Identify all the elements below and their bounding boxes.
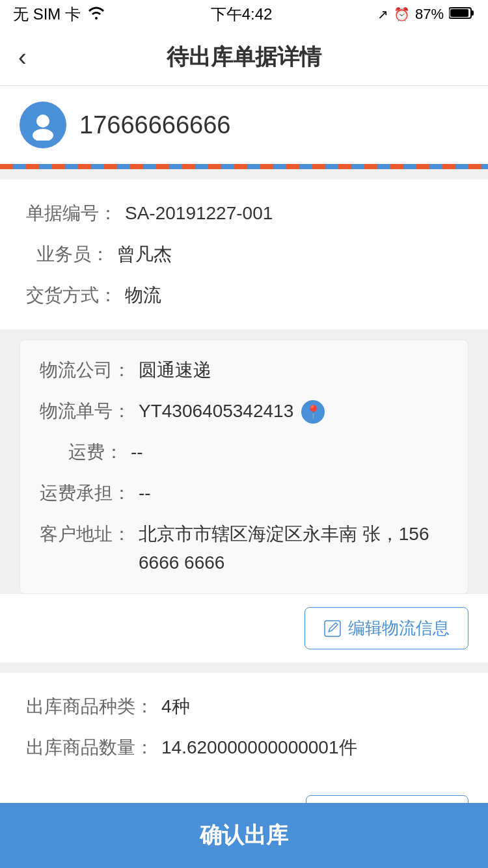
carrier-text: 无 SIM 卡	[13, 4, 81, 25]
address-row: 客户地址： 北京市市辖区海淀区永丰南 张，156 6666 6666	[40, 520, 448, 578]
battery-icon	[449, 5, 475, 23]
tracking-label: 物流单号：	[40, 397, 139, 426]
tracking-value: YT43064053424​13	[139, 397, 448, 426]
dashed-divider	[0, 164, 488, 169]
freight-bearer-row: 运费承担： --	[40, 479, 448, 508]
logistics-company-row: 物流公司： 圆通速递	[40, 356, 448, 385]
delivery-method-row: 交货方式： 物流	[26, 281, 462, 310]
status-bar: 无 SIM 卡 下午4:42 ↗ ⏰ 87%	[0, 0, 488, 29]
logistics-company-label: 物流公司：	[40, 356, 139, 385]
nav-bar: ‹ 待出库单据详情	[0, 29, 488, 86]
wifi-icon	[87, 5, 105, 23]
battery-text: 87%	[415, 6, 444, 23]
time-display: 下午4:42	[211, 4, 273, 25]
edit-logistics-container: 编辑物流信息	[0, 594, 488, 662]
sales-person-row: 业务员： 曾凡杰	[26, 240, 462, 269]
freight-bearer-value: --	[139, 479, 448, 508]
user-phone: 17666666666	[79, 111, 230, 139]
confirm-button-label: 确认出库	[200, 821, 288, 850]
freight-value: --	[131, 438, 448, 467]
goods-quantity-value: 14.620000000000001件	[161, 733, 462, 763]
edit-logistics-button[interactable]: 编辑物流信息	[305, 607, 468, 649]
tracking-number-row: 物流单号： YT43064053424​13	[40, 397, 448, 426]
basic-info-section: 单据编号： SA-20191227-001 业务员： 曾凡杰 交货方式： 物流	[0, 180, 488, 329]
svg-rect-2	[450, 9, 468, 17]
document-number-value: SA-20191227-001	[125, 199, 462, 228]
freight-label: 运费：	[40, 438, 131, 467]
goods-quantity-label: 出库商品数量：	[26, 733, 161, 763]
svg-rect-1	[471, 10, 474, 16]
delivery-method-value: 物流	[125, 281, 462, 310]
svg-rect-5	[325, 621, 340, 636]
section-divider-1	[0, 662, 488, 673]
goods-type-label: 出库商品种类：	[26, 692, 161, 722]
logistics-company-value: 圆通速递	[139, 356, 448, 385]
avatar	[20, 102, 66, 148]
goods-quantity-row: 出库商品数量： 14.620000000000001件	[26, 733, 462, 763]
freight-bearer-label: 运费承担：	[40, 479, 139, 508]
sales-person-label: 业务员：	[26, 240, 117, 269]
document-number-row: 单据编号： SA-20191227-001	[26, 199, 462, 228]
goods-type-row: 出库商品种类： 4种	[26, 692, 462, 722]
address-label: 客户地址：	[40, 520, 139, 549]
address-value: 北京市市辖区海淀区永丰南 张，156 6666 6666	[139, 520, 448, 578]
status-left: 无 SIM 卡	[13, 4, 105, 25]
confirm-button[interactable]: 确认出库	[0, 803, 488, 868]
alarm-icon: ⏰	[394, 7, 410, 22]
delivery-method-label: 交货方式：	[26, 281, 125, 310]
location-status-icon: ↗	[377, 7, 388, 22]
back-button[interactable]: ‹	[18, 45, 27, 70]
edit-logistics-label: 编辑物流信息	[348, 617, 450, 640]
user-header: 17666666666	[0, 86, 488, 164]
edit-icon	[323, 619, 342, 638]
freight-row: 运费： --	[40, 438, 448, 467]
goods-section: 出库商品种类： 4种 出库商品数量： 14.620000000000001件	[0, 673, 488, 782]
sales-person-value: 曾凡杰	[117, 240, 462, 269]
svg-point-3	[36, 115, 49, 128]
page-title: 待出库单据详情	[167, 42, 321, 72]
logistics-card: 物流公司： 圆通速递 物流单号： YT43064053424​13 运费： --…	[20, 340, 468, 594]
document-number-label: 单据编号：	[26, 199, 125, 228]
status-right: ↗ ⏰ 87%	[377, 5, 475, 23]
tracking-location-icon[interactable]	[301, 400, 325, 424]
goods-type-value: 4种	[161, 692, 462, 722]
svg-point-4	[33, 129, 53, 141]
